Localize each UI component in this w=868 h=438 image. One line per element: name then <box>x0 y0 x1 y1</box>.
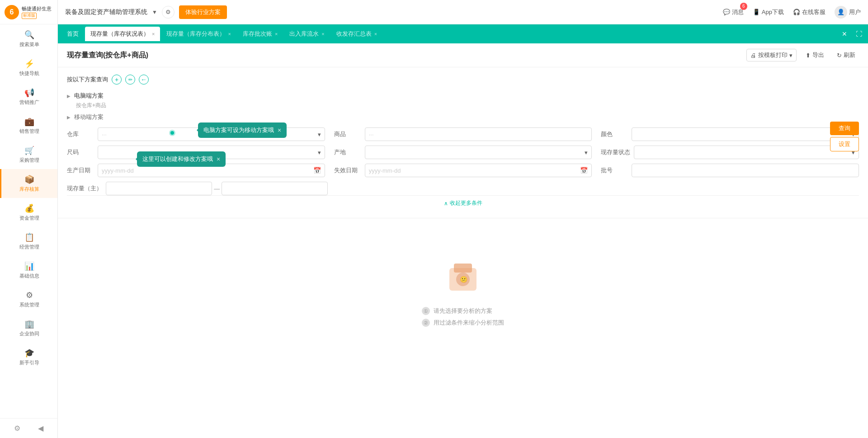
svg-text:😕: 😕 <box>460 276 468 283</box>
search-btn[interactable]: 查询 <box>830 122 859 135</box>
sidebar-item-label: 采购管理 <box>19 157 39 164</box>
purchase-icon: 🛒 <box>24 146 34 155</box>
color-label: 颜色 <box>601 130 628 138</box>
origin-select[interactable]: ▾ <box>365 146 592 159</box>
sidebar-item-label: 快捷导航 <box>19 70 39 77</box>
production-date-label: 生产日期 <box>67 166 94 174</box>
finance-icon: 💰 <box>24 203 34 213</box>
sidebar-item-search[interactable]: 🔍 搜索菜单 <box>0 24 57 53</box>
tooltip-close-btn[interactable]: × <box>278 127 281 134</box>
calendar-icon: 📅 <box>313 167 321 174</box>
filter-inventory-status: 现存量状态 ▾ <box>601 146 859 159</box>
tab-close-flow[interactable]: × <box>321 31 324 37</box>
tab-recv-send[interactable]: 收发存汇总表 × <box>331 27 382 41</box>
tab-in-out-flow[interactable]: 出入库流水 × <box>284 27 330 41</box>
app-download-action[interactable]: 📱 App下载 <box>753 8 784 16</box>
dot-indicator <box>169 130 175 136</box>
quick-icon: ⚡ <box>24 59 34 69</box>
sidebar-item-sales[interactable]: 💼 销售管理 <box>0 111 57 140</box>
tab-label: 库存批次账 <box>243 30 272 38</box>
expiry-date-input[interactable]: yyyy-mm-dd 📅 <box>365 164 592 177</box>
collapse-sidebar-btn[interactable]: ◀ <box>38 424 43 433</box>
phone-icon: 📱 <box>753 9 760 15</box>
filter-expiry-date: 失效日期 yyyy-mm-dd 📅 <box>334 164 592 177</box>
empty-tip-1: ① 请先选择要分析的方案 <box>422 307 504 315</box>
sidebar-item-finance[interactable]: 💰 资金管理 <box>0 198 57 227</box>
product-select[interactable]: ··· <box>365 127 592 141</box>
support-label: 在线客服 <box>802 8 826 16</box>
tab-close-batch[interactable]: × <box>275 31 278 37</box>
arrow-scheme-btn[interactable]: ← <box>139 75 149 85</box>
color-select[interactable]: ▾ <box>632 127 859 141</box>
tab-close-all-btn[interactable]: ✕ <box>839 28 850 39</box>
filter-row-4: 现存量（主） — <box>67 182 859 195</box>
inventory-main-min[interactable] <box>106 182 212 195</box>
sidebar-item-label: 新手引导 <box>19 359 39 366</box>
tip-num-1: ① <box>422 307 430 315</box>
mobile-scheme-item[interactable]: ▶ 移动端方案 <box>67 111 859 123</box>
print-btn[interactable]: 🖨 按模板打印 ▾ <box>746 49 797 61</box>
tab-close-inventory-status[interactable]: × <box>152 31 155 37</box>
message-action[interactable]: 💬 消息 6 <box>723 8 744 16</box>
page-actions: 🖨 按模板打印 ▾ ⬆ 导出 ↻ 刷新 <box>746 49 859 61</box>
tab-close-inventory-dist[interactable]: × <box>228 31 231 37</box>
sidebar-footer: ⚙ ◀ <box>0 418 57 438</box>
user-action[interactable]: 👤 用户 <box>835 6 861 19</box>
edit-scheme-btn[interactable]: ✏ <box>125 75 135 85</box>
desktop-scheme-item[interactable]: ▶ 电脑端方案 <box>67 90 859 102</box>
logo: 6 畅捷通好生意 标准版 <box>0 0 57 24</box>
tab-bar-right: ✕ ⛶ <box>839 28 864 39</box>
system-title-dropdown[interactable]: ▼ <box>152 9 157 15</box>
page-header: 现存量查询(按仓库+商品) 🖨 按模板打印 ▾ ⬆ 导出 ↻ 刷新 <box>58 43 868 67</box>
reset-btn[interactable]: 设置 <box>830 137 859 151</box>
edit-tooltip: 这里可以创建和修改方案哦 × <box>137 151 226 167</box>
add-scheme-btn[interactable]: + <box>112 75 122 85</box>
tip-text-1: 请先选择要分析的方案 <box>434 307 492 315</box>
sidebar-item-label: 营销推广 <box>19 99 39 106</box>
tab-inventory-status[interactable]: 现存量（库存状况表） × <box>85 27 160 41</box>
sidebar-item-guide[interactable]: 🎓 新手引导 <box>0 343 57 372</box>
refresh-label: 刷新 <box>844 51 855 59</box>
sidebar-item-enterprise[interactable]: 🏢 企业协同 <box>0 314 57 343</box>
collapse-label: 收起更多条件 <box>450 199 482 207</box>
batch-input[interactable] <box>632 164 859 177</box>
header-settings-btn[interactable]: ⚙ <box>162 6 175 19</box>
sidebar-item-inventory[interactable]: 📦 库存核算 <box>0 169 57 198</box>
filter-area: 按以下方案查询 + ✏ ← ▶ 电脑端方案 按仓库+商品 ▶ 移动端方案 <box>58 67 868 218</box>
user-avatar: 👤 <box>835 6 847 19</box>
sidebar-item-system[interactable]: ⚙ 系统管理 <box>0 285 57 314</box>
guide-icon: 🎓 <box>24 348 34 358</box>
sidebar-item-marketing[interactable]: 📢 营销推广 <box>0 82 57 111</box>
settings-footer-btn[interactable]: ⚙ <box>14 424 20 433</box>
inventory-main-max[interactable] <box>222 182 328 195</box>
page-title: 现存量查询(按仓库+商品) <box>67 51 148 60</box>
collapse-bar[interactable]: ∧ 收起更多条件 <box>67 195 859 211</box>
search-icon: 🔍 <box>24 30 34 40</box>
inventory-main-label: 现存量（主） <box>67 184 102 193</box>
filter-batch: 批号 <box>601 164 859 177</box>
desktop-scheme-label: 电脑端方案 <box>74 92 104 100</box>
empty-tips: ① 请先选择要分析的方案 ② 用过滤条件来缩小分析范围 <box>422 307 504 327</box>
tab-batch-account[interactable]: 库存批次账 × <box>237 27 283 41</box>
online-support-action[interactable]: 🎧 在线客服 <box>793 8 826 16</box>
logo-title: 畅捷通好生意 <box>22 5 52 12</box>
tab-close-recv[interactable]: × <box>374 31 377 37</box>
inventory-status-select[interactable]: ▾ <box>634 146 859 159</box>
tab-inventory-dist[interactable]: 现存量（库存分布表） × <box>161 27 236 41</box>
sidebar-item-basic[interactable]: 📊 基础信息 <box>0 256 57 285</box>
trial-industry-btn[interactable]: 体验行业方案 <box>179 5 227 19</box>
tab-fullscreen-btn[interactable]: ⛶ <box>854 28 864 39</box>
main-content: 装备及固定资产辅助管理系统 ▼ ⚙ 体验行业方案 💬 消息 6 📱 App下载 … <box>58 0 868 438</box>
tooltip-edit-close-btn[interactable]: × <box>217 155 220 163</box>
sidebar-item-quick[interactable]: ⚡ 快捷导航 <box>0 53 57 82</box>
chevron-down-icon: ▾ <box>789 52 793 59</box>
sidebar-item-purchase[interactable]: 🛒 采购管理 <box>0 140 57 169</box>
sidebar-item-operations[interactable]: 📋 经营管理 <box>0 227 57 256</box>
home-tab-label: 首页 <box>67 30 79 38</box>
export-btn[interactable]: ⬆ 导出 <box>802 49 828 61</box>
content-area: 现存量查询(按仓库+商品) 🖨 按模板打印 ▾ ⬆ 导出 ↻ 刷新 <box>58 43 868 438</box>
refresh-btn[interactable]: ↻ 刷新 <box>833 49 859 61</box>
tab-home[interactable]: 首页 <box>61 27 84 41</box>
header-right: 💬 消息 6 📱 App下载 🎧 在线客服 👤 用户 <box>723 6 861 19</box>
tab-label: 出入库流水 <box>289 30 319 38</box>
